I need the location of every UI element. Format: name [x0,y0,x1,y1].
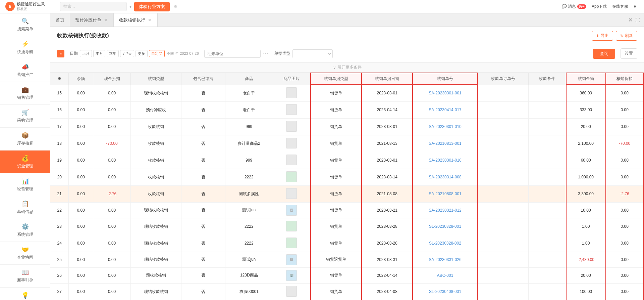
doc-no-link[interactable]: SA-20210808-001 [429,191,461,196]
table-row: 26 0.00 0.00 预收款核销 否 123D商品 🏢 销货单 2022-0… [50,267,644,283]
partner-input[interactable] [204,50,261,58]
doc-type-select[interactable] [292,49,333,58]
doc-no-link[interactable]: SA-20210813-001 [429,141,461,146]
expand-more-button[interactable]: ∨ 展开更多条件 [333,65,362,70]
marketing-icon: 📣 [21,63,29,71]
cell-writeoff-doc-no[interactable]: SA-20210813-001 [413,135,477,152]
date-btn-7days[interactable]: 近7天 [120,50,134,57]
user-name[interactable]: Rit [634,4,639,9]
guide-icon: 📖 [21,269,29,276]
sidebar-label-purchase: 采购管理 [17,118,33,123]
sidebar-item-inventory[interactable]: 📦 库存核算 [0,128,50,151]
doc-no-link[interactable]: SL-20230328-001 [429,224,461,229]
sidebar-item-hardware[interactable]: 💡 智能硬件 [0,288,50,300]
date-btn-this-year[interactable]: 本年 [107,50,119,57]
sales-icon: 💼 [21,86,29,93]
sidebar-item-collab[interactable]: 🤝 企业协同 [0,242,50,265]
cell-writeoff-doc-no[interactable]: SA-20230321-012 [413,202,477,218]
doc-no-link[interactable]: SA-20230301-010 [429,124,461,129]
cell-receipt-condition [528,283,566,300]
sidebar-item-finance[interactable]: 💰 资金管理 [0,151,50,173]
export-button[interactable]: ⬆ 导出 [592,31,613,41]
cell-writeoff-amount: 1,000.00 [566,169,606,185]
filter-expand-button[interactable]: » [57,50,64,57]
message-area[interactable]: 💬 消息 99+ [562,4,586,9]
th-cash-discount: 现金折扣 [93,73,131,85]
cell-writeoff-doc-type: 销货单 [311,283,362,300]
cell-balance: 0.00 [69,135,93,152]
sidebar-item-guide[interactable]: 📖 新手引导 [0,265,50,288]
close-window-icon[interactable]: ✕ [628,17,633,23]
doc-no-link[interactable]: SL-20230328-002 [429,241,461,246]
product-image [286,171,297,182]
doc-no-link[interactable]: ABC-001 [437,273,453,278]
cell-writeoff-doc-no[interactable]: SA-20230301-001 [413,85,477,101]
data-table: ⚙ 余额 现金折扣 核销类型 包含已结清 商品 商品图片 核销单据类型 核销单据… [50,73,644,300]
cell-balance: 0.00 [69,252,93,267]
cell-receipt-condition [528,235,566,252]
sidebar-item-system[interactable]: ⚙️ 系统管理 [0,219,50,242]
top-bar-right: 💬 消息 99+ App下载 在线客服 Rit [562,4,639,9]
sidebar-item-marketing[interactable]: 📣 营销推广 [0,59,50,82]
partner-more-icon[interactable]: ··· [263,51,269,57]
query-button[interactable]: 查询 [593,49,615,59]
doc-no-link[interactable]: SA-20230301-001 [429,91,461,95]
gear-icon[interactable]: ⚙ [174,4,177,9]
cell-product: 老白干 [225,85,273,101]
cell-writeoff-doc-type: 销货单 [311,85,362,101]
date-btn-custom[interactable]: 自定义 [149,50,165,57]
cell-writeoff-doc-no[interactable]: SA-20230301-010 [413,152,477,169]
tab-writeoff[interactable]: 收款核销执行 ✕ [114,13,158,27]
cell-receipt-order-no [478,283,528,300]
cell-writeoff-doc-date: 2023-04-08 [362,283,413,300]
cell-writeoff-doc-type: 销货单 [311,267,362,283]
cell-include-settled: 否 [181,169,225,185]
industry-plan-button[interactable]: 体验行业方案 [134,2,170,11]
expand-icon[interactable]: ⛶ [635,17,640,23]
th-gear[interactable]: ⚙ [50,73,69,85]
doc-no-link[interactable]: SL-20230408-001 [429,289,461,294]
date-btn-this-month[interactable]: 本月 [93,50,105,57]
settings-button[interactable]: 设置 [621,48,637,59]
dropdown-arrow-icon[interactable]: ▾ [129,4,131,9]
th-writeoff-doc-no: 核销单号 [413,73,477,85]
doc-no-link[interactable]: SA-20230314-008 [429,175,461,179]
app-download-link[interactable]: App下载 [592,4,607,9]
cell-writeoff-amount: 2,100.00 [566,135,606,152]
th-writeoff-amount: 核销金额 [566,73,606,85]
cell-writeoff-type: 现结收款核销 [130,252,181,267]
tab-close-prepay[interactable]: ✕ [103,17,108,23]
tab-close-writeoff[interactable]: ✕ [147,17,152,23]
product-image: 🏢 [286,270,297,281]
date-btn-last-month[interactable]: 上月 [80,50,92,57]
sidebar-item-sales[interactable]: 💼 销售管理 [0,82,50,105]
cell-writeoff-doc-no[interactable]: SA-20230414-017 [413,101,477,118]
doc-no-link[interactable]: SA-20230321-012 [429,208,461,213]
cell-writeoff-doc-no[interactable]: SA-20230331-026 [413,252,477,267]
sidebar-item-purchase[interactable]: 🛒 采购管理 [0,105,50,128]
sidebar-label-inventory: 库存核算 [17,140,33,146]
cell-writeoff-doc-no[interactable]: SA-20210808-001 [413,185,477,202]
date-btn-more[interactable]: 更多 [136,50,148,57]
doc-no-link[interactable]: SA-20230414-017 [429,108,461,112]
online-service-link[interactable]: 在线客服 [612,4,628,9]
sidebar-item-nav[interactable]: ⚡ 快捷导航 [0,36,50,59]
refresh-button[interactable]: ↻ 刷新 [616,31,637,41]
cell-writeoff-doc-no[interactable]: SL-20230328-002 [413,235,477,252]
cell-product-img [273,185,311,202]
cell-writeoff-doc-no[interactable]: SL-20230328-001 [413,218,477,235]
cell-writeoff-doc-no[interactable]: SA-20230314-008 [413,169,477,185]
sidebar-item-basic[interactable]: 📋 基础信息 [0,196,50,219]
th-writeoff-type: 核销类型 [130,73,181,85]
tab-home[interactable]: 首页 [50,13,70,27]
sidebar-item-search[interactable]: 🔍 搜索菜单 [0,13,50,36]
sidebar-item-management[interactable]: 📊 经营管理 [0,173,50,196]
cell-writeoff-doc-no[interactable]: ABC-001 [413,267,477,283]
doc-no-link[interactable]: SA-20230301-010 [429,158,461,163]
sidebar-label-marketing: 营销推广 [17,72,33,78]
tab-prepay[interactable]: 预付冲应付单 ✕ [70,13,114,27]
cell-writeoff-discount: 0.00 [606,267,644,283]
cell-writeoff-doc-no[interactable]: SA-20230301-010 [413,118,477,135]
cell-writeoff-doc-no[interactable]: SL-20230408-001 [413,283,477,300]
doc-no-link[interactable]: SA-20230331-026 [429,257,461,262]
